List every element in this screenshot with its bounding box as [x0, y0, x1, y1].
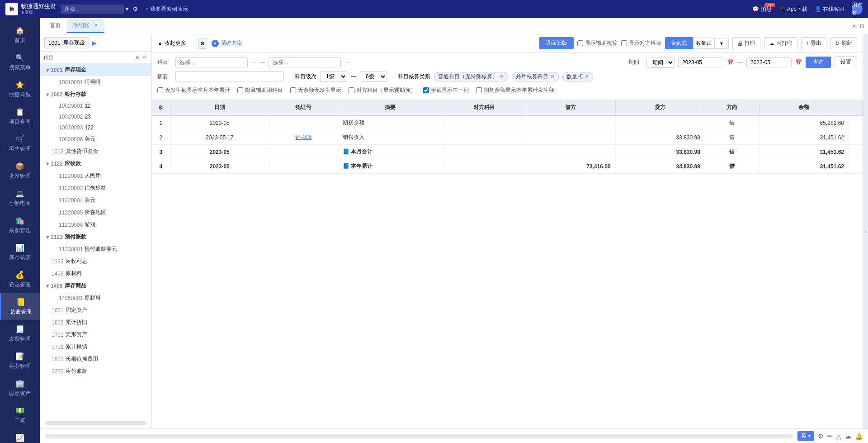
tree-item-1403[interactable]: 1403原材料	[40, 267, 151, 280]
summary-input[interactable]	[175, 71, 284, 81]
sidebar-item-assets[interactable]: 🏢固定资产	[0, 375, 40, 402]
bottom-icon-4[interactable]: ☁	[845, 433, 851, 440]
th-config[interactable]: ⚙	[152, 100, 170, 115]
tree-item-1701[interactable]: 1701无形资产	[40, 329, 151, 341]
view-quantity-btn[interactable]: 数量式	[693, 38, 714, 49]
level-start-select[interactable]: 1级	[320, 71, 347, 82]
tree-nav-list-icon[interactable]: ≡	[135, 53, 140, 62]
sidebar-item-finance[interactable]: 💰资金管理	[0, 266, 40, 293]
tag-normal-close[interactable]: ✕	[500, 73, 504, 80]
bottom-icon-5[interactable]: 🔔	[855, 433, 863, 440]
chk-no-occur-input[interactable]	[157, 87, 163, 93]
tree-item-1122[interactable]: ▾1122应收款	[40, 157, 151, 170]
show-assist-checkbox[interactable]	[577, 40, 583, 46]
bottom-icon-3[interactable]: △	[836, 433, 841, 440]
view-money-btn[interactable]: 金额式	[665, 37, 693, 49]
app-download-btn[interactable]: 📱 App下载	[779, 5, 807, 13]
sidebar-item-project[interactable]: 📋项目合同	[0, 103, 40, 130]
tab-close-all[interactable]: ✕	[852, 23, 856, 29]
voucher-link-2[interactable]: 记-006	[295, 134, 311, 140]
view-dropdown-btn[interactable]: ▾	[714, 38, 729, 49]
setting-btn[interactable]: 设置	[835, 56, 857, 68]
tree-item-10020006[interactable]: 10020006美元	[40, 133, 151, 145]
sidebar-item-inventory[interactable]: 📊库存核算	[0, 239, 40, 266]
export-btn[interactable]: ↑ 导出	[801, 37, 826, 49]
tree-item-1002[interactable]: ▾1002银行存款	[40, 88, 151, 100]
subject-end-options-btn[interactable]: ···	[346, 59, 351, 66]
return-old-btn[interactable]: 退回旧版	[539, 37, 574, 49]
sidebar-item-wholesale[interactable]: 📦批发管理	[0, 157, 40, 185]
collapse-more-btn[interactable]: ▲ 收起更多	[157, 39, 186, 47]
tab-close-detail[interactable]: ✕	[94, 22, 98, 29]
tree-item-10020001[interactable]: 1002000112	[40, 100, 151, 111]
lang-btn[interactable]: 英 ▾	[797, 431, 814, 441]
tree-item-1012[interactable]: 1012其他货币资金	[40, 145, 151, 157]
period-type-select[interactable]: 期间	[646, 57, 675, 68]
tab-detail[interactable]: 明细账 ✕	[67, 19, 104, 33]
subject-options-btn[interactable]: ···	[251, 59, 256, 66]
search-dropdown-icon[interactable]: ▾	[126, 6, 128, 12]
chk-no-balance-input[interactable]	[290, 87, 296, 93]
account-nav-arrow[interactable]: ▶	[92, 39, 97, 47]
sidebar-item-management[interactable]: 📈经营管理	[0, 429, 40, 443]
chk-opposite-input[interactable]	[349, 87, 354, 93]
tree-item-1001[interactable]: ▾1001库存现金	[40, 64, 151, 76]
tree-item-1123[interactable]: ▾1123预付账款	[40, 231, 151, 243]
period-end-input[interactable]	[746, 57, 792, 67]
bottom-icon-2[interactable]: ✏	[827, 433, 833, 440]
user-avatar[interactable]: 用户名	[852, 4, 863, 14]
tree-item-11220001[interactable]: 11220001人民币	[40, 170, 151, 182]
chk-hide-assist-input[interactable]	[237, 87, 243, 93]
show-opposite-checkbox[interactable]	[621, 40, 627, 46]
sidebar-item-accounting[interactable]: 📒总账管理	[0, 293, 40, 320]
tree-item-10020003[interactable]: 10020003122	[40, 122, 151, 133]
tree-item-11220004[interactable]: 11220004美元	[40, 194, 151, 206]
period-start-input[interactable]	[678, 57, 723, 67]
topbar-gear-icon[interactable]: ⚙	[133, 6, 138, 12]
tree-item-2202[interactable]: 2202应付账款	[40, 365, 151, 377]
tree-item-10020002[interactable]: 1002000223	[40, 111, 151, 122]
bottom-icon-1[interactable]: ⚙	[818, 433, 824, 440]
topbar-search-input[interactable]	[61, 5, 124, 14]
tab-home[interactable]: 首页	[43, 19, 67, 33]
tree-item-1801[interactable]: 1801长期待摊费用	[40, 353, 151, 365]
tree-nav-edit-icon[interactable]: ✏	[142, 53, 148, 62]
sidebar-item-tax[interactable]: 📝税务管理	[0, 348, 40, 375]
level-end-select[interactable]: 6级	[360, 71, 387, 82]
tree-item-1602[interactable]: 1602累计折旧	[40, 316, 151, 329]
sidebar-item-invoice[interactable]: 🧾发票管理	[0, 320, 40, 348]
sidebar-item-home[interactable]: 🏠首页	[0, 22, 40, 49]
online-service-btn[interactable]: 👤 在线客服	[815, 5, 844, 13]
tree-item-1702[interactable]: 1702累计摊销	[40, 341, 151, 353]
sidebar-item-search[interactable]: 🔍搜索菜单	[0, 49, 40, 76]
tag-quantity-close[interactable]: ✕	[585, 73, 589, 80]
sidebar-item-quicknav[interactable]: ⭐快捷导航	[0, 76, 40, 103]
cloud-print-btn[interactable]: ☁ 云打印	[764, 37, 797, 49]
message-btn[interactable]: 💬 消息 99+	[752, 5, 772, 13]
scheme-btn[interactable]: ● 系统方案	[212, 39, 242, 47]
tree-item-11220005[interactable]: 11220005所在地区	[40, 206, 151, 219]
tree-item-1132[interactable]: 1132应收利息	[40, 255, 151, 267]
tree-item-1601[interactable]: 1601固定资产	[40, 304, 151, 316]
tag-foreign-close[interactable]: ✕	[550, 73, 555, 80]
tree-item-11230001[interactable]: 11230001预付账款美元	[40, 243, 151, 255]
subject-end-input[interactable]	[269, 57, 341, 67]
chk-balance-col-input[interactable]	[423, 87, 429, 93]
sidebar-item-salary[interactable]: 💵工资	[0, 402, 40, 429]
tree-scrollbar[interactable]	[45, 421, 146, 425]
tree-item-14050001[interactable]: 14050001原材料	[40, 292, 151, 304]
period-icon[interactable]: 📅	[727, 59, 734, 66]
sidebar-item-ecommerce[interactable]: 💻小畅电商	[0, 185, 40, 212]
chk-opening-balance-input[interactable]	[476, 87, 482, 93]
bottom-scrollbar[interactable]	[45, 434, 793, 438]
tree-item-11220006[interactable]: 11220006游戏	[40, 219, 151, 231]
sidebar-item-purchase[interactable]: 🛍️采购管理	[0, 212, 40, 239]
refresh-btn[interactable]: ↻ 刷新	[830, 37, 857, 49]
sidebar-item-retail[interactable]: 🛒零售管理	[0, 130, 40, 157]
period-end-icon[interactable]: 📅	[795, 59, 802, 66]
tree-item-11220002[interactable]: 11220002往来标签	[40, 182, 151, 194]
query-btn[interactable]: 查询	[806, 57, 831, 68]
expand-side[interactable]: ›	[863, 34, 868, 429]
tab-menu[interactable]: ⊡	[860, 23, 864, 29]
subject-start-input[interactable]	[175, 57, 248, 67]
